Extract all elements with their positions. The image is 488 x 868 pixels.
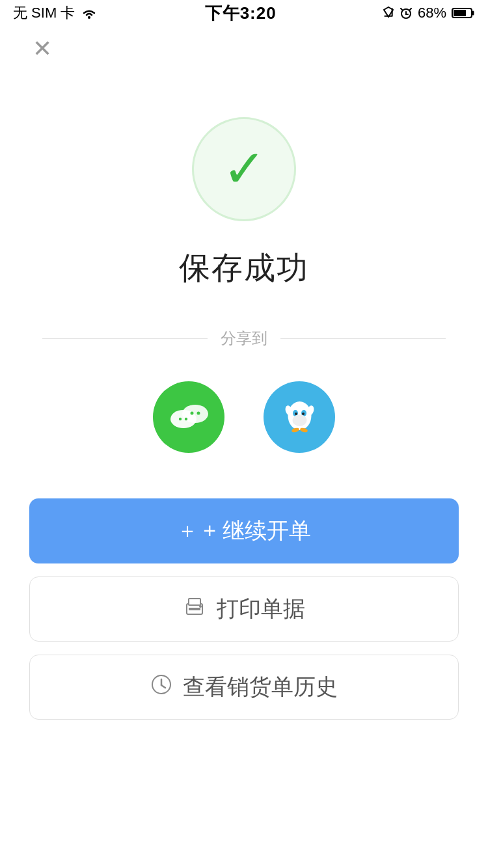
svg-point-16 xyxy=(302,413,305,415)
status-left: 无 SIM 卡 xyxy=(13,3,98,23)
svg-point-11 xyxy=(184,417,187,420)
action-buttons: ＋ + 继续开单 打印单据 xyxy=(29,498,459,720)
svg-point-10 xyxy=(178,417,181,420)
battery-text: 68% xyxy=(418,5,446,21)
close-button[interactable]: ✕ xyxy=(26,33,59,65)
svg-point-9 xyxy=(197,411,200,414)
share-divider: 分享到 xyxy=(42,328,446,349)
alarm-icon xyxy=(400,7,413,20)
history-button[interactable]: 查看销货单历史 xyxy=(29,655,459,720)
svg-point-27 xyxy=(199,605,202,608)
print-button[interactable]: 打印单据 xyxy=(29,576,459,642)
success-title: 保存成功 xyxy=(179,247,309,289)
location-icon xyxy=(383,7,394,20)
svg-point-14 xyxy=(295,413,297,415)
plus-icon: ＋ xyxy=(177,517,198,545)
qq-penguin-icon xyxy=(282,396,318,439)
battery-icon xyxy=(452,7,475,20)
history-label: 查看销货单历史 xyxy=(183,672,338,702)
status-right: 68% xyxy=(383,5,475,21)
wifi-icon xyxy=(80,7,98,20)
print-label: 打印单据 xyxy=(217,594,305,624)
success-circle: ✓ xyxy=(192,117,296,221)
svg-line-30 xyxy=(161,685,165,688)
share-icons-container xyxy=(153,381,335,453)
divider-line-right xyxy=(280,338,446,339)
status-bar: 无 SIM 卡 下午3:20 68% xyxy=(0,0,488,26)
continue-button[interactable]: ＋ + 继续开单 xyxy=(29,498,459,563)
clock-icon xyxy=(150,673,172,701)
svg-rect-25 xyxy=(189,599,200,605)
continue-label: + 继续开单 xyxy=(203,516,310,546)
wechat-icon xyxy=(168,400,210,435)
qq-share-button[interactable] xyxy=(264,381,335,453)
no-sim-text: 无 SIM 卡 xyxy=(13,3,75,23)
status-time: 下午3:20 xyxy=(205,2,277,25)
svg-point-20 xyxy=(292,414,306,426)
svg-point-8 xyxy=(190,411,193,414)
main-content: ✓ 保存成功 分享到 xyxy=(0,65,488,868)
wechat-share-button[interactable] xyxy=(153,381,224,453)
svg-rect-26 xyxy=(189,610,200,613)
divider-line-left xyxy=(42,338,208,339)
svg-rect-5 xyxy=(454,10,466,16)
close-icon: ✕ xyxy=(33,37,52,61)
printer-icon xyxy=(183,595,206,623)
share-label: 分享到 xyxy=(221,328,267,349)
svg-point-0 xyxy=(88,16,90,19)
checkmark-icon: ✓ xyxy=(223,143,266,195)
